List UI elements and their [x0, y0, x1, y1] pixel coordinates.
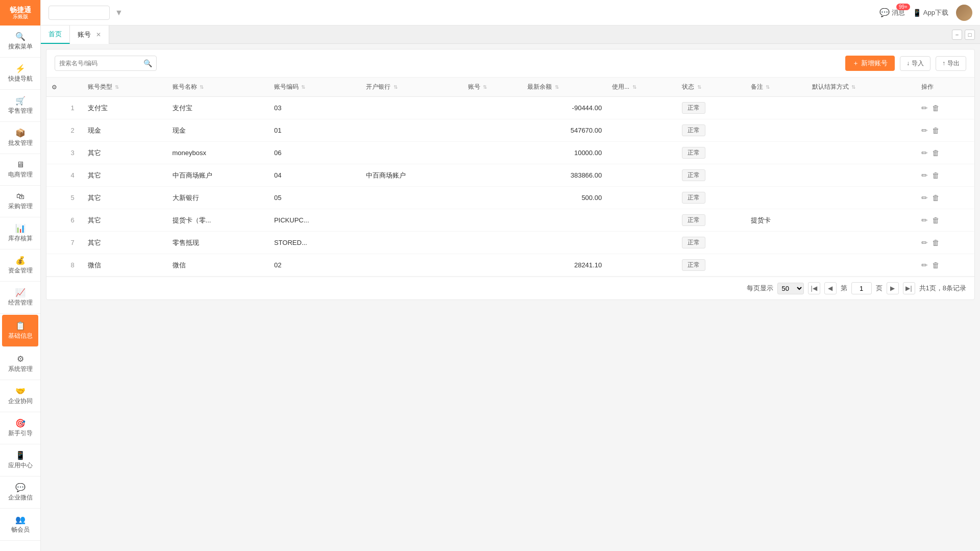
- sidebar-item-search-menu[interactable]: 🔍搜索菜单: [0, 26, 40, 58]
- tab-accounts[interactable]: 账号 ✕: [70, 26, 109, 44]
- row-num: 8: [62, 254, 83, 277]
- col-open-bank-header[interactable]: 开户银行 ⇅: [361, 78, 462, 97]
- col-use-status-header[interactable]: 使用... ⇅: [607, 78, 677, 97]
- prev-page-button[interactable]: ◀: [824, 282, 837, 294]
- tab-maximize-button[interactable]: □: [965, 30, 975, 40]
- sidebar-item-system-mgmt[interactable]: ⚙系统管理: [0, 348, 40, 380]
- edit-icon[interactable]: ✏: [921, 193, 928, 203]
- sidebar-item-inventory[interactable]: 📊库存核算: [0, 217, 40, 249]
- edit-icon[interactable]: ✏: [921, 238, 928, 247]
- col-latest-balance-header[interactable]: 最新余额 ⇅: [522, 78, 607, 97]
- row-status: 正常: [677, 119, 745, 142]
- col-default-settlement-header[interactable]: 默认结算方式 ⇅: [807, 78, 916, 97]
- row-account-name: 支付宝: [167, 97, 269, 119]
- row-account-type: 其它: [83, 209, 167, 232]
- sidebar-item-new-guide[interactable]: 🎯新手引导: [0, 412, 40, 444]
- delete-icon[interactable]: 🗑: [932, 261, 940, 270]
- tab-close-icon[interactable]: ✕: [96, 31, 101, 38]
- row-open-bank: [361, 254, 462, 277]
- col-remark-header[interactable]: 备注 ⇅: [746, 78, 807, 97]
- col-account-type-header[interactable]: 账号类型 ⇅: [83, 78, 167, 97]
- row-status: 正常: [677, 232, 745, 254]
- sidebar-item-members[interactable]: 👥畅会员: [0, 509, 40, 541]
- row-account-no: [463, 119, 523, 142]
- table-row: 8 微信 微信 02 28241.10 正常 ✏ 🗑: [46, 254, 974, 277]
- row-latest-balance: [522, 232, 607, 254]
- last-page-button[interactable]: ▶|: [903, 282, 915, 294]
- row-status: 正常: [677, 209, 745, 232]
- sidebar-item-wholesale-mgmt[interactable]: 📦批发管理: [0, 122, 40, 154]
- content-area: 🔍 ＋ 新增账号 ↓ 导入 ↑ 导出: [41, 44, 980, 551]
- delete-icon[interactable]: 🗑: [932, 148, 940, 158]
- delete-icon[interactable]: 🗑: [932, 238, 940, 247]
- row-actions: ✏ 🗑: [916, 209, 974, 232]
- col-account-no-header[interactable]: 账号 ⇅: [463, 78, 523, 97]
- delete-icon[interactable]: 🗑: [932, 193, 940, 203]
- row-account-no: [463, 164, 523, 187]
- delete-icon[interactable]: 🗑: [932, 126, 940, 135]
- sidebar-item-basic-info[interactable]: 📋基础信息: [2, 315, 38, 347]
- first-page-button[interactable]: |◀: [808, 282, 820, 294]
- col-account-name-header[interactable]: 账号名称 ⇅: [167, 78, 269, 97]
- row-account-type: 其它: [83, 187, 167, 209]
- row-num: 3: [62, 142, 83, 164]
- row-use-status: [607, 209, 677, 232]
- edit-icon[interactable]: ✏: [921, 104, 928, 113]
- edit-icon[interactable]: ✏: [921, 171, 928, 180]
- tab-home[interactable]: 首页: [41, 26, 70, 44]
- sidebar-item-ecommerce-mgmt[interactable]: 🖥电商管理: [0, 154, 40, 186]
- sidebar-item-enterprise-wechat[interactable]: 💬企业微信: [0, 477, 40, 509]
- sidebar-item-purchase-mgmt[interactable]: 🛍采购管理: [0, 186, 40, 217]
- sidebar-item-finance-mgmt[interactable]: 💰资金管理: [0, 249, 40, 282]
- row-latest-balance: 547670.00: [522, 119, 607, 142]
- row-account-type: 现金: [83, 119, 167, 142]
- row-account-code: STORED...: [269, 232, 361, 254]
- sidebar-item-operation-mgmt[interactable]: 📈经营管理: [0, 282, 40, 314]
- top-search-input[interactable]: [48, 6, 110, 20]
- table-row: 1 支付宝 支付宝 03 -90444.00 正常 ✏ 🗑: [46, 97, 974, 119]
- sidebar-item-enterprise-agreement[interactable]: 🤝企业协同: [0, 380, 40, 412]
- avatar[interactable]: [956, 5, 972, 21]
- page-input[interactable]: [851, 282, 872, 294]
- delete-icon[interactable]: 🗑: [932, 104, 940, 113]
- tab-minimize-button[interactable]: −: [952, 30, 962, 40]
- table-row: 7 其它 零售抵现 STORED... 正常 ✏ 🗑: [46, 232, 974, 254]
- row-default-settlement: [807, 119, 916, 142]
- edit-icon[interactable]: ✏: [921, 216, 928, 225]
- sidebar-item-quick-nav[interactable]: ⚡快捷导航: [0, 58, 40, 90]
- edit-icon[interactable]: ✏: [921, 126, 928, 135]
- col-status-header[interactable]: 状态 ⇅: [677, 78, 745, 97]
- row-open-bank: [361, 142, 462, 164]
- row-default-settlement: [807, 97, 916, 119]
- row-account-name: 提货卡（零...: [167, 209, 269, 232]
- delete-icon[interactable]: 🗑: [932, 171, 940, 180]
- import-icon: ↓: [906, 60, 910, 67]
- table-row: 6 其它 提货卡（零... PICKUPC... 正常 提货卡 ✏ 🗑: [46, 209, 974, 232]
- add-account-button[interactable]: ＋ 新增账号: [845, 56, 895, 71]
- sidebar-item-app-center[interactable]: 📱应用中心: [0, 444, 40, 477]
- next-page-button[interactable]: ▶: [887, 282, 899, 294]
- col-settings-header[interactable]: ⚙: [46, 78, 62, 97]
- import-button[interactable]: ↓ 导入: [900, 56, 930, 71]
- row-account-code: 06: [269, 142, 361, 164]
- row-num: 4: [62, 164, 83, 187]
- app-download-button[interactable]: 📱 App下载: [913, 8, 948, 17]
- row-latest-balance: 383866.00: [522, 164, 607, 187]
- edit-icon[interactable]: ✏: [921, 261, 928, 270]
- message-button[interactable]: 💬 消息 99+: [879, 8, 905, 17]
- search-input[interactable]: [59, 60, 143, 67]
- row-latest-balance: 28241.10: [522, 254, 607, 277]
- row-settings: [46, 209, 62, 232]
- row-status: 正常: [677, 187, 745, 209]
- dropdown-arrow-icon[interactable]: ▼: [115, 8, 123, 17]
- row-account-no: [463, 209, 523, 232]
- pagination-bar: 每页显示 50 100 200 |◀ ◀ 第 页 ▶ ▶| 共1页，8条记录: [46, 277, 974, 299]
- sidebar-item-retail-mgmt[interactable]: 🛒零售管理: [0, 90, 40, 122]
- page-size-select[interactable]: 50 100 200: [777, 283, 804, 294]
- edit-icon[interactable]: ✏: [921, 148, 928, 158]
- export-button[interactable]: ↑ 导出: [936, 56, 966, 71]
- row-status: 正常: [677, 142, 745, 164]
- delete-icon[interactable]: 🗑: [932, 216, 940, 225]
- row-actions: ✏ 🗑: [916, 119, 974, 142]
- col-account-code-header[interactable]: 账号编码 ⇅: [269, 78, 361, 97]
